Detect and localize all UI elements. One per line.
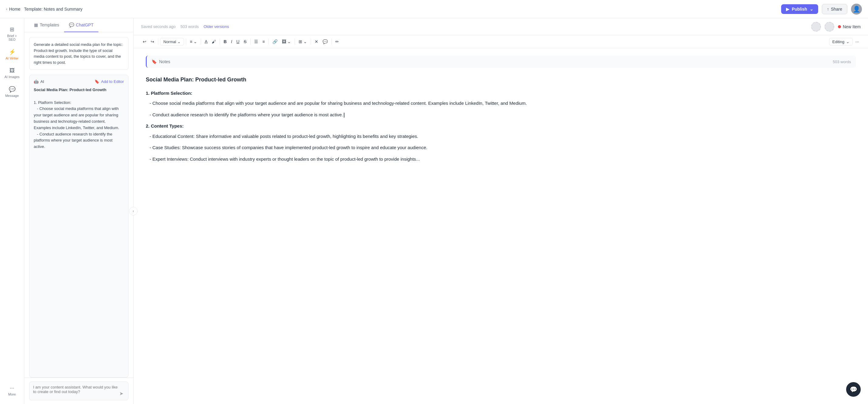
underline-button[interactable]: U	[235, 38, 241, 45]
top-bar: ‹ Home Template: Notes and Summary ▶ Pub…	[0, 0, 868, 18]
sidebar-item-more[interactable]: ··· More	[1, 382, 23, 399]
toolbar-separator-4	[220, 38, 220, 45]
share-label: Share	[831, 7, 842, 11]
sidebar-item-ai-writer[interactable]: ⚡ AI Writer	[1, 45, 23, 63]
chat-input-wrapper: ➤	[29, 381, 128, 400]
sidebar-item-ai-writer-label: AI Writer	[5, 57, 19, 60]
section-2-heading: 2. Content Types:	[146, 122, 856, 130]
style-chevron-icon: ⌄	[177, 39, 181, 44]
publish-button[interactable]: ▶ Publish ⌄	[781, 4, 818, 14]
publish-label: Publish	[792, 7, 807, 11]
prompt-box: Generate a detailed social media plan fo…	[29, 37, 128, 70]
ai-response-title: Social Media Plan: Product-led Growth	[34, 88, 106, 92]
toolbar-separator-1	[158, 38, 158, 45]
chevron-left-icon: ‹	[6, 7, 7, 11]
templates-tab-icon: ▦	[34, 23, 38, 27]
send-button[interactable]: ➤	[118, 390, 125, 397]
editing-dropdown[interactable]: Editing ⌄	[829, 38, 853, 45]
collaborator-avatar-2	[825, 22, 834, 32]
word-count-label: 503 words	[180, 24, 198, 29]
editing-chevron-icon: ⌄	[846, 39, 849, 44]
italic-button[interactable]: I	[229, 38, 234, 45]
align-button[interactable]: ≡ ⌄	[188, 38, 199, 45]
new-item-indicator: New Item	[838, 24, 861, 29]
ai-response: 🤖 AI 🔖 Add to Editor Social Media Plan: …	[29, 75, 128, 378]
table-button[interactable]: ⊞ ⌄	[297, 38, 309, 45]
add-to-editor-button[interactable]: 🔖 Add to Editor	[94, 79, 124, 84]
chatgpt-tab-icon: 💬	[69, 23, 74, 27]
strikethrough-button[interactable]: S	[242, 38, 248, 45]
more-options-button[interactable]: ···	[854, 38, 861, 45]
brief-seo-icon: ⊞	[10, 26, 14, 33]
editor-body[interactable]: Social Media Plan: Product-led Growth 1.…	[146, 75, 856, 163]
editor-content[interactable]: 🔖 Notes 503 words Social Media Plan: Pro…	[134, 48, 868, 404]
panel-toggle-button[interactable]: ‹	[129, 207, 137, 215]
editor-meta: Saved seconds ago 503 words Older versio…	[141, 24, 229, 29]
publish-chevron-icon: ⌄	[810, 7, 813, 11]
redo-button[interactable]: ↪	[149, 38, 156, 45]
chat-support-button[interactable]: 💬	[846, 382, 861, 397]
link-button[interactable]: 🔗	[271, 38, 279, 45]
red-dot-icon	[838, 25, 841, 28]
image-button[interactable]: 🖼 ⌄	[280, 38, 293, 45]
bullet-list-button[interactable]: ☰	[252, 38, 260, 45]
ai-label: 🤖 AI	[34, 79, 44, 84]
bold-button[interactable]: B	[222, 38, 228, 45]
sidebar-item-brief-seo[interactable]: ⊞ Brief + SEO	[1, 23, 23, 44]
prompt-text: Generate a detailed social media plan fo…	[34, 42, 123, 65]
sidebar-item-brief-seo-label: Brief + SEO	[4, 34, 21, 41]
section-2-point-3: - Expert Interviews: Conduct interviews …	[146, 155, 856, 163]
bookmark-icon: 🔖	[94, 79, 99, 84]
panel-toggle-icon: ‹	[133, 209, 134, 213]
sidebar-item-message-label: Message	[5, 94, 19, 97]
panel: ▦ Templates 💬 ChatGPT Generate a detaile…	[24, 18, 134, 404]
home-link[interactable]: ‹ Home	[6, 7, 20, 11]
section-2-point-1: - Educational Content: Share informative…	[146, 132, 856, 140]
sidebar-item-message[interactable]: 💬 Message	[1, 83, 23, 100]
avatar[interactable]: 👤	[851, 4, 862, 14]
editor-topbar: Saved seconds ago 503 words Older versio…	[134, 18, 868, 35]
ai-response-text: Social Media Plan: Product-led Growth 1.…	[34, 87, 124, 150]
share-button[interactable]: ↑ Share	[822, 4, 847, 14]
editor-area: Saved seconds ago 503 words Older versio…	[134, 18, 868, 404]
icon-sidebar: ⊞ Brief + SEO ⚡ AI Writer 🖼 AI Images 💬 …	[0, 18, 24, 404]
toolbar-separator-7	[294, 38, 295, 45]
chat-input[interactable]	[33, 385, 118, 397]
publish-arrow-icon: ▶	[786, 7, 789, 11]
highlight-button[interactable]: 🖌	[210, 38, 218, 45]
new-item-label: New Item	[843, 24, 861, 29]
pencil-button[interactable]: ✏	[334, 38, 341, 45]
toolbar-separator-2	[186, 38, 186, 45]
tab-templates[interactable]: ▦ Templates	[29, 18, 64, 32]
text-color-button[interactable]: A	[203, 38, 209, 45]
section-1-point-1: - Choose social media platforms that ali…	[146, 99, 856, 107]
top-bar-left: ‹ Home Template: Notes and Summary	[6, 7, 83, 11]
editing-label: Editing	[833, 39, 845, 44]
clear-format-button[interactable]: ✕	[313, 38, 320, 45]
section-2-point-2: - Case Studies: Showcase success stories…	[146, 144, 856, 152]
style-dropdown[interactable]: Normal ⌄	[160, 38, 184, 45]
main-layout: ⊞ Brief + SEO ⚡ AI Writer 🖼 AI Images 💬 …	[0, 18, 868, 404]
content-title: Social Media Plan: Product-led Growth	[146, 75, 856, 85]
tab-chatgpt[interactable]: 💬 ChatGPT	[64, 18, 98, 32]
comment-button[interactable]: 💬	[321, 38, 330, 45]
older-versions-link[interactable]: Older versions	[204, 24, 229, 29]
undo-button[interactable]: ↩	[141, 38, 148, 45]
robot-icon: 🤖	[34, 79, 38, 84]
home-label: Home	[9, 7, 20, 11]
toolbar-separator-3	[201, 38, 201, 45]
toolbar-separator-5	[250, 38, 251, 45]
panel-tabs: ▦ Templates 💬 ChatGPT	[24, 18, 133, 32]
share-upload-icon: ↑	[827, 7, 829, 11]
section-1-point-2: - Conduct audience research to identify …	[146, 111, 856, 119]
sidebar-item-more-label: More	[8, 393, 16, 396]
chat-input-area: ➤	[24, 378, 133, 404]
sidebar-item-ai-images[interactable]: 🖼 AI Images	[1, 64, 23, 82]
numbered-list-button[interactable]: ≡	[260, 38, 267, 45]
section-1-heading: 1. Platform Selection:	[146, 89, 856, 97]
collaborator-avatar-1	[811, 22, 821, 32]
message-icon: 💬	[9, 86, 16, 93]
toolbar-separator-6	[269, 38, 269, 45]
ai-images-icon: 🖼	[9, 67, 15, 74]
toolbar-separator-8	[311, 38, 311, 45]
